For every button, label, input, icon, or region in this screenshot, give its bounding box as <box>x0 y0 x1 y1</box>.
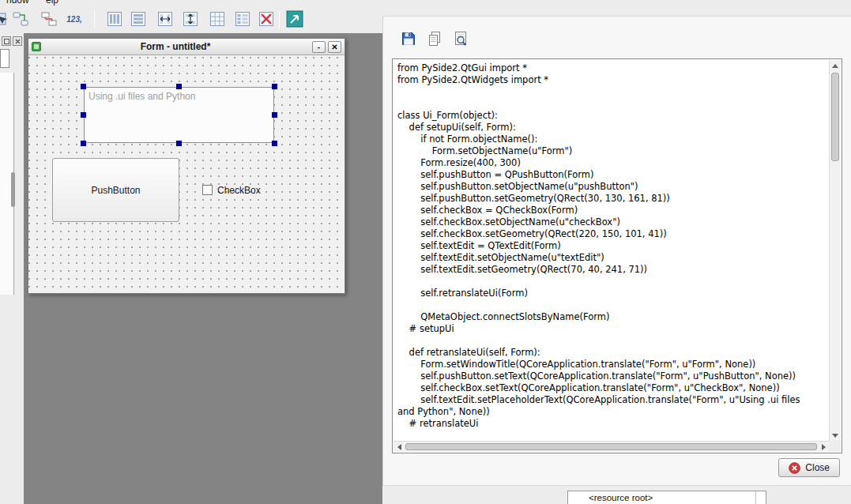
selection-handle[interactable] <box>81 84 86 89</box>
code-line <box>397 335 825 347</box>
code-line: if not Form.objectName(): <box>397 134 825 145</box>
edit-tab-order-icon[interactable]: 123, <box>65 9 84 28</box>
code-line: self.pushButton.setGeometry(QRect(30, 13… <box>397 193 825 205</box>
code-line: Form.setWindowTitle(QCoreApplication.tra… <box>397 359 825 370</box>
selection-handle[interactable] <box>81 141 86 146</box>
close-circle-icon <box>789 462 800 474</box>
textedit-placeholder: Using .ui files and Python <box>88 91 195 102</box>
checkbox-widget[interactable]: CheckBox <box>202 174 282 206</box>
resource-browser-panel: <resource root> <box>567 491 766 504</box>
selection-handle[interactable] <box>272 141 277 146</box>
code-line <box>397 276 825 288</box>
code-line: Form.resize(400, 300) <box>397 157 825 169</box>
scroll-left-icon[interactable] <box>393 442 405 452</box>
edit-buddies-icon[interactable] <box>40 9 58 28</box>
dock-float-icon[interactable] <box>2 36 11 46</box>
textedit-widget[interactable]: Using .ui files and Python <box>84 87 274 143</box>
code-line: and Python", None)) <box>397 406 825 418</box>
code-line: # setupUi <box>397 323 825 335</box>
lay-out-form-layout-icon[interactable] <box>233 9 252 28</box>
code-line: # retranslateUi <box>397 418 825 430</box>
code-line: def retranslateUi(self, Form): <box>397 347 825 359</box>
designer-form-icon <box>32 42 41 51</box>
code-line <box>397 86 825 98</box>
form-window-title: Form - untitled* <box>41 41 310 52</box>
adjust-size-icon[interactable] <box>285 9 304 28</box>
lay-out-horizontally-icon[interactable] <box>105 9 124 28</box>
break-layout-icon[interactable] <box>257 9 276 28</box>
code-line: self.textEdit.setObjectName(u"textEdit") <box>397 252 825 264</box>
code-line: self.checkBox.setObjectName(u"checkBox") <box>397 216 825 228</box>
vertical-scrollbar-thumb[interactable] <box>831 73 839 161</box>
lay-out-vertical-splitter-icon[interactable] <box>181 9 200 28</box>
checkbox-label: CheckBox <box>217 185 261 196</box>
lay-out-grid-icon[interactable] <box>208 9 227 28</box>
scroll-down-icon[interactable] <box>830 430 841 441</box>
menubar: ndow elp <box>0 0 253 6</box>
menu-window[interactable]: ndow <box>6 0 29 6</box>
selection-handle[interactable] <box>272 112 277 118</box>
selection-handle[interactable] <box>272 84 277 89</box>
code-view[interactable]: from PySide2.QtGui import *from PySide2.… <box>392 58 842 453</box>
toolbar-separator <box>279 11 280 28</box>
code-preview-dialog: from PySide2.QtGui import *from PySide2.… <box>382 16 851 486</box>
code-line: def setupUi(self, Form): <box>397 122 825 134</box>
form-designer-window[interactable]: Form - untitled* - ✕ Using .ui files and… <box>28 38 345 294</box>
code-line: self.checkBox.setGeometry(QRect(220, 150… <box>397 228 825 240</box>
code-line: class Ui_Form(object): <box>397 110 825 122</box>
main-toolbar: 123, <box>0 8 371 32</box>
widget-box-scrollbar[interactable] <box>11 172 15 207</box>
code-line <box>397 98 825 110</box>
resource-scrollbar[interactable] <box>755 491 756 504</box>
code-line: self.checkBox.setText(QCoreApplication.t… <box>397 382 825 394</box>
edit-signals-slots-icon[interactable] <box>11 9 30 28</box>
lay-out-horizontal-splitter-icon[interactable] <box>156 9 175 28</box>
generated-code[interactable]: from PySide2.QtGui import *from PySide2.… <box>393 59 830 442</box>
edit-widgets-icon[interactable] <box>0 9 9 28</box>
dialog-toolbar <box>399 29 470 48</box>
widget-filter-input[interactable] <box>0 49 9 68</box>
menu-help[interactable]: elp <box>46 0 58 6</box>
code-line: self.textEdit.setPlaceholderText(QCoreAp… <box>397 394 825 406</box>
selection-handle[interactable] <box>176 141 182 146</box>
toolbar-separator <box>94 11 95 28</box>
selection-handle[interactable] <box>176 84 182 89</box>
qt-designer-screen: ndow elp 123, <box>0 0 851 504</box>
horizontal-scrollbar[interactable] <box>393 441 829 452</box>
code-line: self.textEdit.setGeometry(QRect(70, 40, … <box>397 264 825 276</box>
vertical-scrollbar[interactable] <box>829 60 841 441</box>
copy-icon[interactable] <box>425 29 444 48</box>
save-icon[interactable] <box>399 29 418 48</box>
code-line: self.textEdit = QTextEdit(Form) <box>397 240 825 252</box>
close-button[interactable]: ✕ <box>328 41 341 53</box>
dock-close-icon[interactable] <box>13 36 22 46</box>
selection-handle[interactable] <box>81 112 86 118</box>
checkbox-indicator[interactable] <box>202 185 213 195</box>
code-line: from PySide2.QtWidgets import * <box>397 74 825 86</box>
pushbutton-widget[interactable]: PushButton <box>52 158 179 222</box>
lay-out-vertically-icon[interactable] <box>129 9 148 28</box>
resource-root-item[interactable]: <resource root> <box>589 493 653 502</box>
minimize-button[interactable]: - <box>312 41 326 53</box>
scroll-up-icon[interactable] <box>830 60 841 71</box>
code-line: self.pushButton.setText(QCoreApplication… <box>397 370 825 382</box>
scrollbar-corner <box>829 441 841 452</box>
close-button-label: Close <box>805 462 830 473</box>
form-canvas[interactable]: Using .ui files and Python PushButton Ch… <box>28 55 345 292</box>
code-line: self.pushButton = QPushButton(Form) <box>397 169 825 181</box>
find-icon[interactable] <box>451 29 470 48</box>
code-line: self.checkBox = QCheckBox(Form) <box>397 205 825 216</box>
tab-order-label: 123, <box>66 15 81 24</box>
code-line: from PySide2.QtGui import * <box>397 62 825 74</box>
code-line: Form.setObjectName(u"Form") <box>397 145 825 157</box>
code-line: self.retranslateUi(Form) <box>397 288 825 299</box>
code-line: QMetaObject.connectSlotsByName(Form) <box>397 311 825 323</box>
code-line: self.pushButton.setObjectName(u"pushButt… <box>397 181 825 193</box>
code-line <box>397 299 825 311</box>
form-window-titlebar[interactable]: Form - untitled* - ✕ <box>28 39 345 55</box>
dialog-close-button[interactable]: Close <box>778 458 840 477</box>
scroll-right-icon[interactable] <box>818 442 829 452</box>
horizontal-scrollbar-thumb[interactable] <box>405 443 817 450</box>
